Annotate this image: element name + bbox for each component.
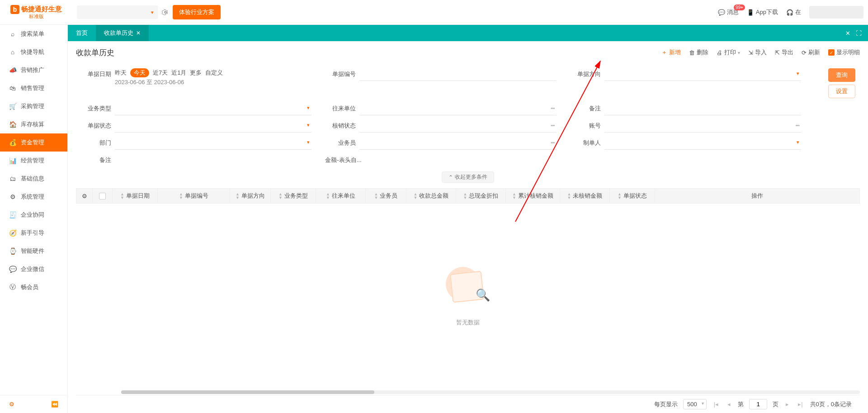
filter-creator-label: 制单人 [570, 137, 601, 147]
sort-icon: ▲▼ [326, 192, 330, 199]
sidebar-item-12[interactable]: ⌚智能硬件 [0, 242, 67, 260]
sidebar-item-9[interactable]: ⚙系统管理 [0, 188, 67, 206]
doc-status-select[interactable]: ▾ [115, 120, 311, 133]
tab-receipt-history[interactable]: 收款单历史 ✕ [96, 25, 149, 41]
table-column-header[interactable]: ▲▼单据日期 [113, 189, 158, 203]
search-button[interactable]: 查询 [828, 68, 855, 82]
date-shortcut[interactable]: 更多 [190, 69, 202, 77]
show-detail-toggle[interactable]: ✓显示明细 [828, 48, 860, 57]
next-page-button[interactable]: ▸ [784, 401, 791, 408]
online-service-link[interactable]: 🎧 在 [786, 8, 801, 16]
sidebar-item-7[interactable]: 📊经营管理 [0, 152, 67, 170]
table-column-header[interactable]: ▲▼累计核销金额 [506, 189, 560, 203]
refresh-button[interactable]: ⟳刷新 [802, 48, 820, 57]
tenant-select[interactable]: ▾ [77, 5, 158, 19]
sidebar-item-14[interactable]: Ⓥ畅会员 [0, 278, 67, 296]
table-column-header[interactable]: 操作 [655, 189, 859, 203]
sidebar-item-0[interactable]: ⌕搜索菜单 [0, 25, 67, 43]
first-page-button[interactable]: |◂ [712, 401, 720, 408]
import-button[interactable]: ⇲导入 [748, 48, 767, 57]
table-column-header[interactable]: ▲▼单据编号 [158, 189, 230, 203]
date-range: 2023-06-06 至 2023-06-06 [115, 78, 311, 86]
table-column-header[interactable]: ▲▼单据方向 [230, 189, 271, 203]
dept-select[interactable]: ▾ [115, 137, 311, 150]
table-column-header[interactable]: ▲▼未核销金额 [560, 189, 610, 203]
sidebar-item-3[interactable]: 🛍销售管理 [0, 79, 67, 97]
table-column-header[interactable]: ▲▼业务员 [366, 189, 406, 203]
export-label: 导出 [782, 48, 793, 57]
partner-lookup[interactable]: ••• [359, 103, 556, 115]
add-button[interactable]: ＋新增 [661, 48, 681, 57]
sidebar-item-8[interactable]: 🗂基础信息 [0, 170, 67, 188]
more-icon: ••• [551, 123, 555, 128]
filter-biz-type: 业务类型 ▾ [80, 103, 311, 115]
prev-page-button[interactable]: ◂ [726, 401, 732, 408]
sidebar-item-6[interactable]: 💰资金管理 [0, 133, 67, 152]
date-shortcut[interactable]: 近1月 [171, 69, 186, 77]
horizontal-scrollbar[interactable] [76, 389, 860, 395]
date-shortcut[interactable]: 自定义 [205, 69, 223, 77]
filter-buttons: 查询 设置 [815, 68, 855, 98]
last-page-button[interactable]: ▸| [796, 401, 804, 408]
doc-no-input[interactable] [359, 68, 556, 81]
export-button[interactable]: ⇱导出 [775, 48, 793, 57]
scrollbar-thumb[interactable] [121, 390, 374, 394]
table-column-header[interactable]: ▲▼往来单位 [316, 189, 366, 203]
fullscreen-icon[interactable]: ⛶ [856, 30, 862, 37]
writeoff-status-lookup[interactable]: ••• [359, 120, 556, 133]
date-shortcut[interactable]: 近7天 [153, 69, 168, 77]
sidebar-item-13[interactable]: 💬企业微信 [0, 260, 67, 278]
collapse-filters-button[interactable]: ⌃ 收起更多条件 [442, 171, 494, 183]
app-download-link[interactable]: 📱 App下载 [747, 8, 778, 16]
messages-badge: 99+ [734, 5, 745, 10]
sidebar-item-1[interactable]: ⌂快捷导航 [0, 43, 67, 61]
sort-icon: ▲▼ [179, 192, 183, 199]
date-shortcut[interactable]: 今天 [130, 68, 149, 77]
per-page-select[interactable]: 500 [683, 399, 707, 409]
gear-icon[interactable] [162, 9, 169, 16]
table-column-header[interactable]: ▲▼收款总金额 [406, 189, 456, 203]
biz-type-select[interactable]: ▾ [115, 103, 311, 115]
refresh-label: 刷新 [808, 48, 820, 57]
close-icon[interactable]: ✕ [136, 30, 141, 36]
page-input[interactable] [749, 399, 767, 409]
account-lookup[interactable]: ••• [604, 120, 801, 133]
close-all-icon[interactable]: ✕ [845, 30, 850, 37]
filter-remark: 备注 [570, 103, 801, 115]
print-button[interactable]: 🖨打印▾ [717, 48, 740, 57]
date-shortcut[interactable]: 昨天 [115, 69, 127, 77]
logo: b 畅捷通好生意 [10, 5, 62, 14]
collapse-sidebar-icon[interactable]: ⏪ [51, 401, 58, 408]
creator-select[interactable]: ▾ [604, 137, 801, 150]
direction-select[interactable]: ▾ [604, 68, 801, 81]
experience-button[interactable]: 体验行业方案 [173, 5, 221, 19]
filter-date: 单据日期 昨天今天近7天近1月更多自定义 2023-06-06 至 2023-0… [80, 68, 311, 86]
messages-link[interactable]: 💬 消息 99+ [718, 8, 739, 16]
settings-button[interactable]: 设置 [828, 85, 855, 98]
sidebar-item-label: 营销推广 [21, 66, 44, 74]
user-avatar-block[interactable] [809, 6, 863, 19]
sidebar-item-label: 采购管理 [21, 102, 44, 110]
sidebar-item-5[interactable]: 🏠库存核算 [0, 115, 67, 133]
remark-input[interactable] [604, 103, 801, 115]
sidebar-item-2[interactable]: 📣营销推广 [0, 61, 67, 79]
sidebar-item-11[interactable]: 🧭新手引导 [0, 224, 67, 242]
more-icon: ••• [795, 123, 799, 128]
delete-button[interactable]: 🗑删除 [689, 48, 708, 57]
table-header: ⚙ ▲▼单据日期▲▼单据编号▲▼单据方向▲▼业务类型▲▼往来单位▲▼业务员▲▼收… [76, 188, 860, 204]
remark2-input[interactable] [115, 154, 311, 167]
tab-home[interactable]: 首页 [68, 25, 96, 41]
sidebar-item-label: 经营管理 [21, 157, 44, 165]
sidebar-item-10[interactable]: 🧾企业协同 [0, 206, 67, 224]
table-column-header[interactable]: ▲▼单据状态 [610, 189, 655, 203]
sidebar-item-4[interactable]: 🛒采购管理 [0, 97, 67, 115]
salesman-lookup[interactable]: ••• [359, 137, 556, 150]
table-column-header[interactable]: ▲▼业务类型 [271, 189, 316, 203]
select-all-checkbox[interactable] [93, 189, 113, 203]
sidebar-item-label: 新手引导 [21, 229, 44, 237]
checkbox-icon [99, 193, 106, 199]
filter-doc-no-label: 单据编号 [325, 68, 356, 78]
table-column-header[interactable]: ▲▼总现金折扣 [456, 189, 506, 203]
settings-icon[interactable]: ⚙ [9, 401, 14, 408]
column-settings-button[interactable]: ⚙ [76, 189, 93, 203]
